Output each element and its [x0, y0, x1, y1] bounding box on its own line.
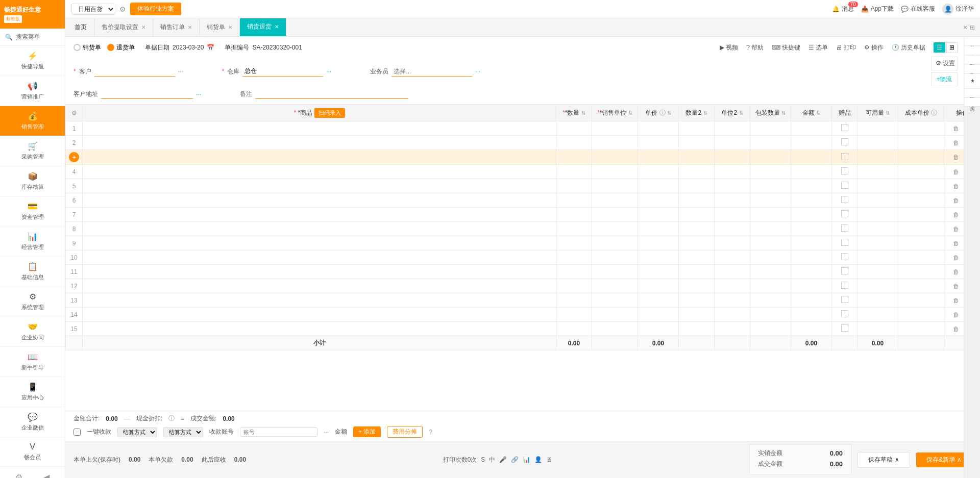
- gift-checkbox-14[interactable]: [841, 310, 848, 317]
- amount-cell-2[interactable]: [791, 136, 832, 150]
- tab-sales-order[interactable]: 销售订单 ✕: [153, 19, 200, 36]
- sales-unit-cell-1[interactable]: [592, 121, 638, 136]
- delete-icon-4[interactable]: 🗑: [953, 168, 959, 175]
- sidebar-item-purchase[interactable]: 🛒 采购管理: [0, 136, 65, 166]
- unit2-cell-1[interactable]: [715, 121, 750, 136]
- salesperson-dots-btn[interactable]: ···: [475, 68, 480, 75]
- gift-checkbox-10[interactable]: [841, 253, 848, 260]
- video-btn[interactable]: ▶ 视频: [720, 43, 738, 52]
- tab-sales-order-close[interactable]: ✕: [188, 24, 192, 30]
- shortcut-btn[interactable]: ⌨ 快捷键: [772, 43, 800, 52]
- sidebar-item-quick-nav[interactable]: ⚡ 快捷导航: [0, 46, 65, 76]
- gift-checkbox-8[interactable]: [841, 224, 848, 232]
- tab-sales-delivery-close[interactable]: ✕: [228, 24, 232, 30]
- cost-price-cell-3[interactable]: [898, 150, 944, 165]
- gift-checkbox-15[interactable]: [841, 324, 848, 332]
- tab-sales-return[interactable]: 销货退货 ✕: [240, 18, 286, 36]
- tab-price-settings-close[interactable]: ✕: [141, 24, 145, 30]
- gift-cell-2[interactable]: [832, 136, 857, 150]
- gift-checkbox-1[interactable]: [841, 124, 848, 131]
- toolbar-icon-4[interactable]: 🔗: [511, 456, 519, 463]
- sidebar-item-enterprise-wechat[interactable]: 💬 企业微信: [0, 407, 65, 437]
- unit2-cell-2[interactable]: [715, 136, 750, 150]
- tab-price-settings[interactable]: 售价提取设置 ✕: [94, 19, 153, 36]
- cost-price-cell-2[interactable]: [898, 136, 944, 150]
- right-sidebar-btn-review[interactable]: 审: [964, 46, 980, 55]
- address-input[interactable]: [101, 89, 193, 99]
- toolbar-icon-7[interactable]: 🖥: [546, 456, 552, 463]
- unit-price-cell-3[interactable]: [638, 150, 679, 165]
- quantity-cell-1[interactable]: [556, 121, 592, 136]
- delete-icon-6[interactable]: 🗑: [953, 197, 959, 204]
- scan-input-btn[interactable]: 扫码录入: [314, 108, 345, 118]
- collapse-icon[interactable]: ◀: [43, 472, 50, 478]
- tab-expand-icon[interactable]: ⊞: [970, 24, 975, 31]
- grid-view-btn[interactable]: ⊞: [946, 42, 958, 53]
- salesperson-input[interactable]: [391, 67, 472, 77]
- online-service-btn[interactable]: 💬 在线客服: [901, 5, 935, 13]
- gift-checkbox-6[interactable]: [841, 196, 848, 203]
- col-settings-header[interactable]: ⚙: [66, 105, 83, 121]
- product-cell-2[interactable]: [83, 136, 556, 150]
- warehouse-dots-btn[interactable]: ···: [326, 68, 331, 75]
- pack-qty-cell-2[interactable]: [750, 136, 791, 150]
- radio-sales-delivery[interactable]: 销货单: [74, 43, 101, 52]
- unit2-cell-3[interactable]: [715, 150, 750, 165]
- quantity-cell-2[interactable]: [556, 136, 592, 150]
- list-view-btn[interactable]: ☰: [934, 42, 945, 53]
- quantity2-sort-icon[interactable]: ⇅: [703, 110, 707, 116]
- amount-cell-3[interactable]: [791, 150, 832, 165]
- tab-close-all-icon[interactable]: ✕: [963, 24, 968, 31]
- product-input-3[interactable]: [86, 154, 553, 161]
- one-key-collect-checkbox[interactable]: [74, 429, 81, 436]
- col-settings-icon[interactable]: ⚙: [71, 110, 77, 117]
- sidebar-item-basic-info[interactable]: 📋 基础信息: [0, 257, 65, 287]
- radio-return[interactable]: 退货单: [107, 43, 135, 52]
- unit-price-cell-1[interactable]: [638, 121, 679, 136]
- right-sidebar-btn-chat[interactable]: 聊: [964, 89, 980, 97]
- settings-bottom-icon[interactable]: ⚙: [15, 472, 22, 478]
- sales-unit-cell-2[interactable]: [592, 136, 638, 150]
- right-sidebar-btn-attach[interactable]: 附: [964, 56, 980, 64]
- gift-checkbox-9[interactable]: [841, 239, 848, 246]
- delete-icon-5[interactable]: 🗑: [953, 183, 959, 190]
- operate-btn[interactable]: ⚙ 操作: [864, 43, 884, 52]
- delete-icon-2[interactable]: 🗑: [953, 139, 959, 146]
- delete-icon-8[interactable]: 🗑: [953, 225, 959, 233]
- warehouse-input[interactable]: [242, 67, 323, 77]
- experience-btn[interactable]: 体验行业方案: [130, 3, 181, 15]
- delete-icon-14[interactable]: 🗑: [953, 311, 959, 318]
- available-sort-icon[interactable]: ⇅: [886, 110, 890, 116]
- toolbar-icon-2[interactable]: 中: [489, 456, 495, 464]
- quantity-cell-3[interactable]: [556, 150, 592, 165]
- sidebar-item-guide[interactable]: 📖 新手引导: [0, 347, 65, 377]
- right-sidebar-btn-collect[interactable]: 收: [964, 65, 980, 73]
- delete-icon-12[interactable]: 🗑: [953, 283, 959, 290]
- quantity-sort-icon[interactable]: ⇅: [581, 110, 585, 116]
- toolbar-icon-5[interactable]: 📊: [523, 456, 530, 463]
- print-btn[interactable]: 🖨 打印: [836, 43, 856, 52]
- sidebar-item-system[interactable]: ⚙ 系统管理: [0, 287, 65, 317]
- gift-checkbox-11[interactable]: [841, 267, 848, 274]
- gift-cell-1[interactable]: [832, 121, 857, 136]
- amount-cell-1[interactable]: [791, 121, 832, 136]
- gift-checkbox-3[interactable]: [841, 153, 848, 160]
- remark-input[interactable]: [255, 89, 408, 99]
- address-dots-btn[interactable]: ···: [196, 91, 201, 98]
- quantity2-cell-2[interactable]: [679, 136, 715, 150]
- fee-split-btn[interactable]: 费用分摊: [387, 426, 423, 438]
- cost-price-cell-1[interactable]: [898, 121, 944, 136]
- sidebar-item-operations[interactable]: 📊 经营管理: [0, 227, 65, 257]
- right-sidebar-btn-house[interactable]: 房: [964, 98, 980, 107]
- customer-input[interactable]: [94, 67, 175, 77]
- calendar-icon[interactable]: 📅: [207, 44, 214, 51]
- toolbar-icon-3[interactable]: 🎤: [499, 456, 507, 463]
- notification-bell[interactable]: 🔔 70 消息: [832, 5, 854, 13]
- calc-method-select[interactable]: 结算方式: [163, 427, 203, 437]
- sidebar-item-inventory[interactable]: 📦 库存核算: [0, 166, 65, 196]
- gift-checkbox-7[interactable]: [841, 210, 848, 217]
- sidebar-item-app-center[interactable]: 📱 应用中心: [0, 377, 65, 407]
- sales-unit-cell-3[interactable]: [592, 150, 638, 165]
- fee-info-icon[interactable]: ?: [429, 429, 432, 436]
- gift-checkbox-4[interactable]: [841, 167, 848, 174]
